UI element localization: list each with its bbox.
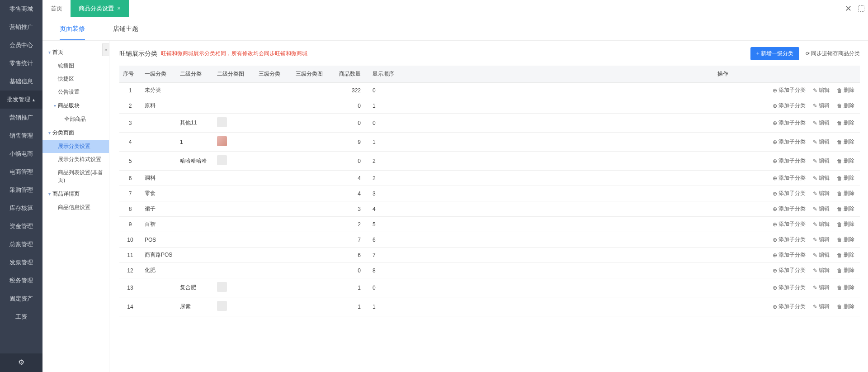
delete-button[interactable]: 🗑删除 [837, 284, 854, 291]
main-nav-item[interactable]: 采购管理 [0, 181, 42, 199]
panel-item[interactable]: 展示分类设置 [42, 140, 109, 153]
add-subcategory-button[interactable]: ⊕添加子分类 [773, 205, 806, 213]
op-label: 添加子分类 [778, 157, 806, 165]
add-subcategory-button[interactable]: ⊕添加子分类 [773, 190, 806, 197]
add-subcategory-button[interactable]: ⊕添加子分类 [773, 86, 806, 94]
panel-group-title[interactable]: ▾分类页面 [42, 126, 109, 140]
edit-button[interactable]: ✎编辑 [813, 190, 830, 197]
panel-group-title[interactable]: ▾首页 [42, 45, 109, 59]
panel-item[interactable]: 商品信息设置 [42, 201, 109, 214]
edit-button[interactable]: ✎编辑 [813, 251, 830, 259]
delete-button[interactable]: 🗑删除 [837, 205, 854, 213]
close-icon[interactable]: ✕ [845, 4, 852, 14]
delete-button[interactable]: 🗑删除 [837, 220, 854, 228]
add-subcategory-button[interactable]: ⊕添加子分类 [773, 236, 806, 243]
panel-subgroup-title[interactable]: ▾商品版块 [42, 99, 109, 113]
delete-button[interactable]: 🗑删除 [837, 157, 854, 165]
delete-button[interactable]: 🗑删除 [837, 251, 854, 259]
cell-qty: 4 [334, 171, 369, 186]
main-nav-item[interactable]: 资金管理 [0, 217, 42, 235]
close-icon[interactable]: ✕ [117, 6, 121, 11]
add-top-category-button[interactable]: + 新增一级分类 [750, 47, 799, 60]
main-nav-item[interactable]: 基础信息 [0, 72, 42, 91]
delete-button[interactable]: 🗑删除 [837, 190, 854, 197]
tab-home[interactable]: 首页 [42, 0, 71, 17]
panel-group-title[interactable]: ▾商品详情页 [42, 187, 109, 201]
main-nav-item[interactable]: 零售商城 [0, 0, 42, 18]
edit-button[interactable]: ✎编辑 [813, 284, 830, 291]
main-nav-item[interactable]: 营销推广 [0, 109, 42, 127]
main-nav-item[interactable]: 批发管理▲ [0, 91, 42, 109]
fullscreen-icon[interactable] [858, 5, 864, 12]
add-subcategory-button[interactable]: ⊕添加子分类 [773, 251, 806, 259]
main-nav-item[interactable]: 库存核算 [0, 199, 42, 217]
image-thumbnail[interactable] [217, 136, 227, 146]
cell-order: 0 [369, 83, 586, 98]
main-nav-item[interactable]: 电商管理 [0, 163, 42, 181]
main-nav-item[interactable]: 固定资产 [0, 290, 42, 308]
add-subcategory-button[interactable]: ⊕添加子分类 [773, 220, 806, 228]
edit-button[interactable]: ✎编辑 [813, 220, 830, 228]
add-subcategory-button[interactable]: ⊕添加子分类 [773, 284, 806, 291]
image-thumbnail[interactable] [217, 282, 227, 292]
main-nav-item[interactable]: 销售管理 [0, 127, 42, 145]
delete-button[interactable]: 🗑删除 [837, 86, 854, 94]
edit-button[interactable]: ✎编辑 [813, 102, 830, 110]
delete-button[interactable]: 🗑删除 [837, 138, 854, 146]
collapse-toggle[interactable]: « [102, 43, 109, 56]
image-thumbnail[interactable] [217, 117, 227, 127]
delete-button[interactable]: 🗑删除 [837, 119, 854, 127]
add-subcategory-button[interactable]: ⊕添加子分类 [773, 303, 806, 310]
panel-item[interactable]: 全部商品 [42, 113, 109, 126]
edit-button[interactable]: ✎编辑 [813, 174, 830, 182]
edit-button[interactable]: ✎编辑 [813, 303, 830, 310]
delete-button[interactable]: 🗑删除 [837, 303, 854, 310]
delete-button[interactable]: 🗑删除 [837, 102, 854, 110]
main-nav-item[interactable]: 零售统计 [0, 54, 42, 72]
main-nav-item[interactable]: 总账管理 [0, 235, 42, 253]
edit-button[interactable]: ✎编辑 [813, 205, 830, 213]
main-nav-item[interactable]: 小畅电商 [0, 145, 42, 163]
edit-button[interactable]: ✎编辑 [813, 236, 830, 243]
main-nav-item[interactable]: 营销推广 [0, 18, 42, 36]
delete-button[interactable]: 🗑删除 [837, 236, 854, 243]
main-nav-item[interactable]: 税务管理 [0, 272, 42, 290]
edit-button[interactable]: ✎编辑 [813, 86, 830, 94]
tab-category-settings[interactable]: 商品分类设置 ✕ [71, 0, 129, 17]
add-subcategory-button[interactable]: ⊕添加子分类 [773, 267, 806, 274]
subtab-theme[interactable]: 店铺主题 [113, 17, 138, 40]
main-nav-item[interactable]: 工资 [0, 308, 42, 326]
panel-item[interactable]: 轮播图 [42, 59, 109, 72]
op-label: 删除 [844, 284, 854, 291]
op-label: 编辑 [819, 205, 830, 213]
add-subcategory-button[interactable]: ⊕添加子分类 [773, 138, 806, 146]
settings-button[interactable]: ⚙ [0, 353, 42, 372]
panel-item[interactable]: 快捷区 [42, 72, 109, 86]
delete-button[interactable]: 🗑删除 [837, 174, 854, 182]
panel-item[interactable]: 展示分类样式设置 [42, 153, 109, 166]
cell-lvl3-img [292, 217, 334, 232]
delete-button[interactable]: 🗑删除 [837, 267, 854, 274]
add-subcategory-button[interactable]: ⊕添加子分类 [773, 174, 806, 182]
main-nav-item[interactable]: 会员中心 [0, 36, 42, 54]
edit-button[interactable]: ✎编辑 [813, 157, 830, 165]
image-thumbnail[interactable] [217, 155, 227, 165]
edit-button[interactable]: ✎编辑 [813, 138, 830, 146]
edit-button[interactable]: ✎编辑 [813, 267, 830, 274]
cell-qty: 1 [334, 278, 369, 297]
panel-item[interactable]: 公告设置 [42, 86, 109, 99]
sync-categories-link[interactable]: ⟳ 同步进销存商品分类 [806, 50, 860, 57]
subtab-decor[interactable]: 页面装修 [60, 17, 85, 40]
image-thumbnail[interactable] [217, 301, 227, 311]
panel-item[interactable]: 商品列表设置(非首页) [42, 166, 109, 187]
add-subcategory-button[interactable]: ⊕添加子分类 [773, 157, 806, 165]
cell-lvl1: 化肥 [141, 263, 176, 278]
add-subcategory-button[interactable]: ⊕添加子分类 [773, 119, 806, 127]
cell-lvl3-img [292, 201, 334, 217]
edit-button[interactable]: ✎编辑 [813, 119, 830, 127]
cell-lvl2 [176, 83, 213, 98]
add-subcategory-button[interactable]: ⊕添加子分类 [773, 102, 806, 110]
main-nav-item[interactable]: 发票管理 [0, 253, 42, 272]
cell-qty: 0 [334, 152, 369, 171]
cell-ops: ⊕添加子分类✎编辑🗑删除 [586, 133, 860, 152]
